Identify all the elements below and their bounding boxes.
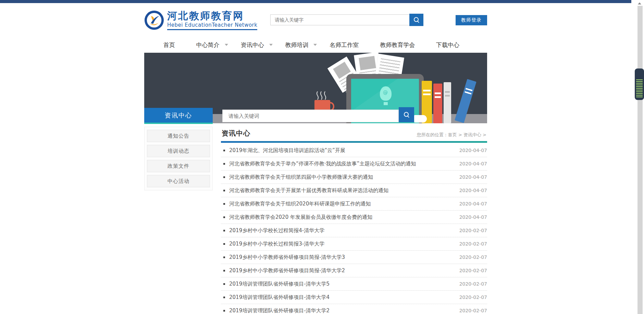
news-title: 2019乡村中小学教师省外研修项目简报-清华大学2	[229, 267, 459, 274]
chevron-down-icon	[313, 44, 317, 46]
news-title: 2019乡村中小学教师省外研修项目简报-清华大学3	[229, 254, 459, 261]
news-title: 2019培训管理团队省外研修项目-清华大学4	[229, 294, 459, 301]
news-list: 2019年湖北、河北国培项目培训追踪活动“云”开展 2020-04-07 河北省…	[221, 144, 487, 314]
main-nav: 首页 中心简介 资讯中心 教师培训	[144, 37, 487, 53]
nav-item[interactable]: 名师工作室	[330, 41, 367, 49]
nav-item-label: 教师教育学会	[380, 41, 415, 49]
news-date: 2020-02-07	[459, 268, 487, 273]
bullet-icon	[223, 243, 225, 245]
sidebar-menu-item[interactable]: 中心活动	[147, 175, 210, 187]
site-title: 河北教师教育网	[167, 10, 257, 22]
news-row[interactable]: 2019乡村中小学校长过程简报3-清华大学 2020-02-07	[221, 237, 487, 251]
news-title: 河北省教师教育学会关于开展第十届优秀教育科研成果评选活动的通知	[229, 187, 459, 194]
search-icon	[404, 112, 410, 118]
site-logo[interactable]: 河北教师教育网 Hebei EducationTeacher Network	[144, 10, 257, 30]
banner-search	[222, 107, 414, 122]
bullet-icon	[223, 216, 225, 218]
nav-item[interactable]: 首页	[163, 41, 184, 49]
news-row[interactable]: 河北省教师教育学会关于举办“停课不停教·我的战疫故事”主题论坛征文活动的通知 2…	[221, 157, 487, 171]
news-row[interactable]: 河北省教师教育学会关于组织第四届中小学教师微课大赛的通知 2020-04-07	[221, 171, 487, 184]
news-row[interactable]: 2019乡村中小学校长过程简报4-清华大学 2020-02-07	[221, 224, 487, 237]
banner-book-icon	[433, 84, 442, 123]
site-subtitle: Hebei EducationTeacher Network	[167, 22, 257, 30]
news-row[interactable]: 河北省教师教育学会2020 年发展新会员及收缴年度会费的通知 2020-04-0…	[221, 211, 487, 224]
news-title: 河北省教师教育学会关于举办“停课不停教·我的战疫故事”主题论坛征文活动的通知	[229, 161, 459, 167]
nav-item-label: 中心简介	[196, 41, 220, 49]
news-date: 2020-04-07	[459, 201, 487, 206]
news-section: 资讯中心 您所在的位置：首页 > 资讯中心 > 2019年湖北、河北国培项目培训…	[221, 123, 487, 314]
nav-item[interactable]: 教师教育学会	[380, 41, 423, 49]
news-date: 2020-04-07	[459, 174, 487, 180]
news-row[interactable]: 2019培训管理团队省外研修项目-清华大学2 2020-02-07	[221, 304, 487, 314]
sidebar-menu-item-label: 通知公告	[168, 133, 189, 139]
sidebar-menu-item-label: 培训动态	[168, 148, 189, 154]
news-date: 2020-04-07	[459, 188, 487, 193]
news-row[interactable]: 2019乡村中小学教师省外研修项目简报-清华大学2 2020-02-07	[221, 264, 487, 277]
header-search-button[interactable]	[409, 14, 423, 26]
bullet-icon	[223, 297, 225, 298]
widget-grip-icon	[636, 79, 643, 97]
news-date: 2020-04-07	[459, 148, 487, 153]
top-bar	[0, 0, 631, 3]
bullet-icon	[223, 310, 225, 312]
news-row[interactable]: 河北省教师教育学会关于开展第十届优秀教育科研成果评选活动的通知 2020-04-…	[221, 184, 487, 197]
banner-search-input[interactable]	[222, 110, 399, 122]
banner-search-button[interactable]	[399, 107, 414, 122]
bullet-icon	[223, 270, 225, 272]
breadcrumb[interactable]: 您所在的位置：首页 > 资讯中心 >	[417, 132, 486, 138]
bullet-icon	[223, 190, 225, 191]
sidebar-menu-item[interactable]: 通知公告	[147, 130, 210, 142]
bullet-icon	[223, 283, 225, 285]
news-title: 2019年湖北、河北国培项目培训追踪活动“云”开展	[229, 147, 459, 154]
scrollbar-gutter	[631, 0, 644, 314]
sidebar-menu-item[interactable]: 政策文件	[147, 160, 210, 172]
steam-icon	[315, 90, 329, 100]
news-row[interactable]: 2019年湖北、河北国培项目培训追踪活动“云”开展 2020-04-07	[221, 144, 487, 157]
news-title: 2019乡村中小学校长过程简报4-清华大学	[229, 227, 459, 234]
sidebar: 资讯中心 通知公告 培训动态 政策文件 中心活动	[144, 108, 213, 314]
logo-text: 河北教师教育网 Hebei EducationTeacher Network	[167, 10, 257, 30]
floating-widget-handle[interactable]	[635, 68, 644, 100]
news-date: 2020-02-07	[459, 254, 487, 260]
sidebar-menu-item-label: 中心活动	[168, 178, 189, 185]
header-search	[270, 14, 423, 26]
section-header: 资讯中心 您所在的位置：首页 > 资讯中心 >	[221, 129, 487, 141]
news-date: 2020-02-07	[459, 281, 487, 287]
nav-item[interactable]: 资讯中心	[241, 41, 273, 49]
news-row[interactable]: 2019培训管理团队省外研修项目-清华大学4 2020-02-07	[221, 291, 487, 304]
title-rule	[221, 141, 487, 143]
nav-item[interactable]: 下载中心	[436, 41, 468, 49]
bullet-icon	[223, 176, 225, 178]
search-icon	[413, 17, 420, 23]
nav-list: 首页 中心简介 资讯中心 教师培训	[144, 37, 487, 53]
news-row[interactable]: 河北省教师教育学会关于组织2020年科研课题申报工作的通知 2020-04-07	[221, 197, 487, 211]
lightbulb-icon	[380, 86, 392, 101]
nav-item-label: 教师培训	[285, 41, 308, 49]
nav-item-label: 资讯中心	[241, 41, 264, 49]
sidebar-menu-item[interactable]: 培训动态	[147, 145, 210, 157]
page-title: 资讯中心	[222, 129, 250, 138]
bullet-icon	[223, 150, 225, 151]
bullet-icon	[223, 163, 225, 165]
news-date: 2020-02-07	[459, 241, 487, 247]
bullet-icon	[223, 203, 225, 205]
news-title: 2019乡村中小学校长过程简报3-清华大学	[229, 241, 459, 247]
news-title: 河北省教师教育学会关于组织第四届中小学教师微课大赛的通知	[229, 174, 459, 180]
logo-emblem-icon	[144, 10, 164, 30]
news-title: 2019培训管理团队省外研修项目-清华大学5	[229, 281, 459, 287]
scrollbar[interactable]	[637, 6, 643, 314]
main-area: 资讯中心 通知公告 培训动态 政策文件 中心活动	[144, 123, 487, 314]
site-header: 河北教师教育网 Hebei EducationTeacher Network 教…	[144, 3, 487, 37]
bullet-icon	[223, 230, 225, 231]
sidebar-menu-item-label: 政策文件	[168, 163, 189, 169]
teacher-login-button[interactable]: 教师登录	[456, 15, 487, 25]
news-row[interactable]: 2019乡村中小学教师省外研修项目简报-清华大学3 2020-02-07	[221, 251, 487, 264]
nav-item[interactable]: 教师培训	[285, 41, 317, 49]
news-row[interactable]: 2019培训管理团队省外研修项目-清华大学5 2020-02-07	[221, 277, 487, 291]
scroll-up-arrow-icon[interactable]	[638, 2, 641, 4]
nav-item[interactable]: 中心简介	[196, 41, 228, 49]
header-search-input[interactable]	[270, 14, 409, 25]
news-date: 2020-04-07	[459, 161, 487, 166]
chevron-down-icon	[225, 44, 228, 46]
news-title: 2019培训管理团队省外研修项目-清华大学2	[229, 307, 459, 314]
